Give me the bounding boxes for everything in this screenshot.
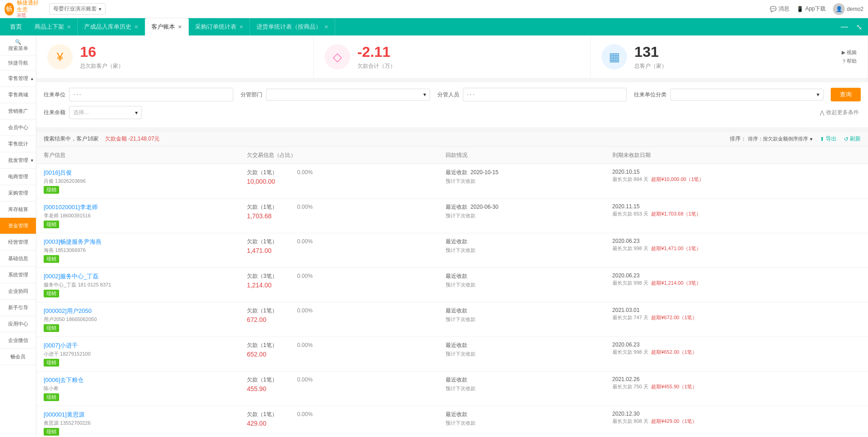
debt-info-cell: 欠款（1笔） 652.00 0.00%: [240, 337, 438, 372]
overdue-info: 最长欠款 998 天 超期¥652.00（1笔）: [612, 349, 861, 356]
tab-item-3[interactable]: 客户账本 ✕: [145, 18, 189, 35]
sidebar-item-purchase[interactable]: 采购管理: [0, 185, 36, 201]
debt-amount[interactable]: 1,703.68: [247, 212, 277, 220]
refresh-button[interactable]: ↺ 刷新: [844, 135, 861, 143]
help-btn[interactable]: ? 帮助: [843, 58, 857, 65]
export-button[interactable]: ⬆ 导出: [820, 135, 837, 143]
table-row: [000002]用户2050 用户2050 18665062050 现销 欠款（…: [36, 302, 868, 337]
results-actions: 排序： 排序：按欠款金额倒序排序 ▾ ⬆ 导出 ↺ 刷新: [730, 135, 861, 143]
sidebar-item-wechat[interactable]: 企业微信: [0, 332, 36, 349]
help-icon: ?: [843, 59, 845, 64]
video-btn[interactable]: ▶ 视频: [842, 49, 857, 56]
chevron-icon: ▲: [30, 76, 34, 81]
message-btn[interactable]: 💬 消息: [770, 5, 789, 13]
stat-card-debt-customers: ¥ 16 总欠款客户（家）: [36, 35, 314, 78]
overdue-link[interactable]: 超期¥1,214.00（3笔）: [651, 280, 701, 286]
sidebar-item-retail-stats[interactable]: 零售统计: [0, 136, 36, 152]
customer-name-link[interactable]: [0016]吕俊: [44, 169, 232, 177]
overdue-link[interactable]: 超期¥10,000.00（1笔）: [651, 176, 704, 182]
customer-name-link[interactable]: [000001]黄思源: [44, 411, 232, 419]
overdue-link[interactable]: 超期¥429.00（1笔）: [651, 418, 697, 424]
overdue-link[interactable]: 超期¥652.00（1笔）: [651, 349, 697, 355]
debt-amount[interactable]: 455.90: [247, 385, 277, 392]
due-date-value: 2020.11.15: [612, 203, 861, 210]
customer-name-link[interactable]: [0006]去下粮仓: [44, 376, 232, 384]
customer-name-link[interactable]: [0001020001]李老师: [44, 203, 232, 211]
filter-person: 分管人员 ···: [437, 88, 627, 101]
sidebar-item-member-center[interactable]: 会员中心: [0, 120, 36, 136]
sidebar-item-vip[interactable]: 畅会员: [0, 349, 36, 365]
person-input[interactable]: ···: [463, 88, 627, 101]
user-avatar[interactable]: 👤 demo2: [833, 3, 863, 15]
debt-amount[interactable]: 652.00: [247, 351, 277, 358]
stat-label-total-customers: 总客户（家）: [634, 62, 667, 70]
stat-icon-building: ▦: [602, 44, 627, 70]
overdue-info: 最长欠款 853 天 超期¥1,703.68（1笔）: [612, 211, 861, 217]
sidebar-item-marketing[interactable]: 营销推广: [0, 103, 36, 120]
sidebar-item-finance[interactable]: 资金管理: [0, 218, 36, 234]
sort-select[interactable]: 排序： 排序：按欠款金额倒序排序 ▾: [730, 135, 813, 143]
tab-item-5[interactable]: 进货单统计表（按商品） ✕: [250, 18, 335, 35]
overdue-link[interactable]: 超期¥672.00（1笔）: [651, 315, 697, 320]
avatar-img: 👤: [833, 3, 845, 15]
due-date-value: 2020.06.23: [612, 238, 861, 244]
debt-amount[interactable]: 672.00: [247, 316, 277, 323]
debt-amount[interactable]: 429.00: [247, 420, 277, 427]
sidebar-item-retail-mall[interactable]: 零售商城: [0, 87, 36, 103]
payment-last: 最近收款: [446, 272, 597, 280]
overdue-link[interactable]: 超期¥1,703.68（1笔）: [651, 211, 701, 216]
sidebar-item-ecommerce[interactable]: 电商管理: [0, 169, 36, 185]
col-header-customer: 客户信息: [36, 147, 240, 164]
message-icon: 💬: [770, 6, 777, 12]
sidebar-item-newbie[interactable]: 新手引导: [0, 300, 36, 316]
tab-item-2[interactable]: 产成品入库单历史 ✕: [78, 18, 145, 35]
collapse-button[interactable]: ⋀ 收起更多条件: [818, 107, 861, 118]
sidebar-item-system[interactable]: 系统管理: [0, 267, 36, 283]
debt-amount[interactable]: 1,471.00: [247, 247, 277, 254]
sidebar-item-retail-mgmt[interactable]: 零售管理 ▲: [0, 70, 36, 87]
tab-bar: 首页 商品上下架 ✕ 产成品入库单历史 ✕ 客户账本 ✕ 采购订单统计表 ✕ 进…: [0, 18, 868, 35]
close-icon[interactable]: ✕: [178, 24, 182, 30]
close-icon[interactable]: ✕: [67, 24, 71, 30]
overdue-info: 最长欠款 998 天 超期¥1,214.00（3笔）: [612, 280, 861, 286]
close-icon[interactable]: ✕: [324, 24, 328, 30]
app-download-btn[interactable]: 📱 App下载: [797, 5, 826, 13]
tab-home[interactable]: 首页: [4, 23, 28, 31]
payment-last: 最近收款 2020-10-15: [446, 169, 597, 176]
customer-name-link[interactable]: [0007]小进干: [44, 342, 232, 350]
close-icon[interactable]: ✕: [239, 24, 243, 30]
sidebar-item-wholesale[interactable]: 批发管理 ▼: [0, 152, 36, 169]
store-selector[interactable]: 母婴行业演示账套 ▾: [49, 3, 105, 15]
customer-sub: 小进干 18279152100: [44, 351, 232, 357]
counterparty-input[interactable]: ···: [69, 88, 233, 101]
sidebar-item-inventory[interactable]: 库存核算: [0, 201, 36, 218]
customer-name-link[interactable]: [0003]畅捷服务尹海燕: [44, 238, 232, 246]
balance-select[interactable]: 选择... ▾: [69, 106, 142, 119]
debt-amount[interactable]: 10,000.00: [247, 178, 277, 185]
customer-sub: 李老师 18600391516: [44, 212, 232, 219]
overdue-info: 最长欠款 998 天 超期¥1,471.00（1笔）: [612, 245, 861, 252]
sidebar-item-app-center[interactable]: 应用中心: [0, 316, 36, 332]
customer-name-link[interactable]: [000002]用户2050: [44, 307, 232, 315]
overdue-link[interactable]: 超期¥1,471.00（1笔）: [651, 246, 701, 251]
tab-item-4[interactable]: 采购订单统计表 ✕: [189, 18, 250, 35]
debt-amount[interactable]: 1,214.00: [247, 281, 277, 289]
category-select[interactable]: ▾: [670, 89, 823, 100]
query-button[interactable]: 查询: [831, 88, 861, 101]
payment-info-cell: 最近收款 预计下次收款: [438, 406, 605, 437]
department-select[interactable]: ▾: [266, 89, 430, 100]
sidebar-item-operations[interactable]: 经营管理: [0, 234, 36, 251]
tab-minimize-btn[interactable]: —: [839, 21, 850, 32]
customer-info-cell: [0006]去下粮仓 陈小希 现销: [36, 372, 240, 406]
sidebar-search[interactable]: 🔍 搜索菜单: [0, 35, 36, 56]
sidebar-quick-nav[interactable]: 快捷导航: [0, 56, 36, 70]
tab-item-1[interactable]: 商品上下架 ✕: [28, 18, 78, 35]
sidebar-item-basic-info[interactable]: 基础信息: [0, 251, 36, 267]
sidebar-item-enterprise[interactable]: 企业协同: [0, 283, 36, 300]
stat-card-debt-total: ◇ -2.11 欠款合计（万）: [314, 35, 591, 78]
tab-expand-btn[interactable]: ⤡: [853, 21, 864, 32]
close-icon[interactable]: ✕: [134, 24, 138, 30]
overdue-link[interactable]: 超期¥455.90（1笔）: [651, 384, 697, 389]
customer-name-link[interactable]: [0002]服务中心_丁磊: [44, 272, 232, 281]
data-table: 客户信息 欠交易信息（占比） 回款情况 到期未收款日期 [0016]吕俊 吕俊 …: [36, 147, 868, 437]
